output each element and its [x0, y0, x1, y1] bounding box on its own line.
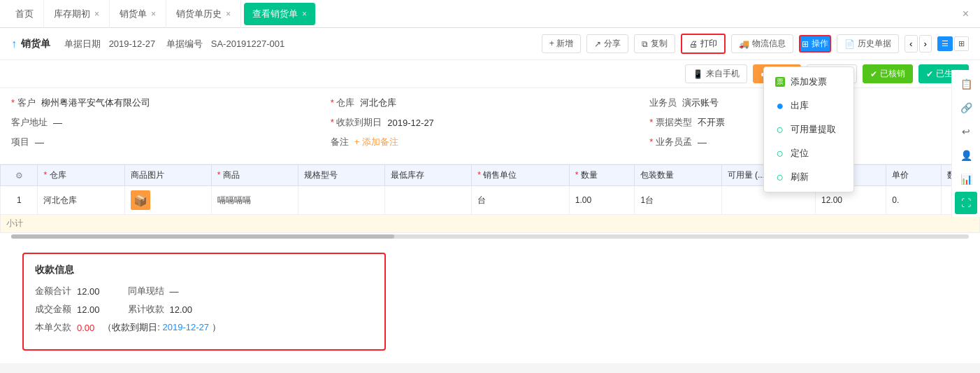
tab-sales-order-close[interactable]: × — [151, 9, 156, 19]
horizontal-scrollbar[interactable] — [11, 234, 969, 239]
available-qty-icon: ○ — [775, 125, 785, 134]
col-min-stock: 最低库存 — [385, 165, 472, 186]
same-order-field: 同单现结 — — [128, 285, 179, 297]
payment-row-2: 成交金额 12.00 累计收款 12.00 — [35, 303, 373, 316]
subtotal-row: 小计 — [1, 215, 980, 233]
col-price: 单价 — [886, 165, 941, 186]
history-icon: 📄 — [844, 39, 855, 49]
right-tool-clipboard[interactable]: 📋 — [955, 73, 977, 95]
warehouse-value: 河北仓库 — [360, 97, 396, 109]
cumulative-field: 累计收款 12.00 — [128, 303, 193, 316]
nav-prev[interactable]: ‹ — [905, 35, 917, 52]
new-button[interactable]: + 新增 — [542, 34, 581, 53]
row-quantity: 1.00 — [569, 186, 635, 215]
bill-type-value: 不开票 — [698, 116, 725, 129]
view-list[interactable]: ☰ — [937, 36, 953, 51]
address-value: — — [53, 118, 62, 128]
tab-home[interactable]: 首页 — [6, 0, 44, 28]
project-value: — — [35, 137, 44, 148]
tab-sales-order[interactable]: 销货单 × — [110, 0, 166, 28]
right-tool-expand[interactable]: ⛶ — [955, 192, 977, 214]
arrears-date: 2019-12-27 — [163, 322, 210, 332]
locate-label: 定位 — [791, 147, 809, 160]
share-button[interactable]: ↗ 分享 — [586, 34, 628, 53]
from-phone-button[interactable]: 📱 来自手机 — [685, 64, 747, 83]
row-spec — [298, 186, 385, 215]
col-quantity: 数量 — [569, 165, 635, 186]
payment-row-1: 金额合计 12.00 同单现结 — — [35, 285, 373, 297]
row-product-image: 📦 — [124, 186, 211, 215]
nav-next[interactable]: › — [919, 35, 932, 52]
row-min-stock — [385, 186, 472, 215]
tab-view-sales[interactable]: 查看销货单 × — [244, 3, 316, 25]
payment-title: 收款信息 — [35, 264, 373, 276]
doc-title: ↑ 销货单 — [11, 38, 50, 50]
cumulative-value: 12.00 — [170, 304, 193, 315]
tab-inventory-init[interactable]: 库存期初 × — [44, 0, 110, 28]
copy-button[interactable]: ⧉ 复制 — [634, 34, 675, 53]
tab-inventory-init-label: 库存期初 — [54, 8, 90, 20]
right-tool-undo[interactable]: ↩ — [955, 120, 977, 143]
tab-view-sales-close[interactable]: × — [302, 9, 307, 19]
row-pack-qty: 1台 — [635, 186, 721, 215]
project-label: 项目 — [11, 136, 29, 148]
dropdown-item-available-qty[interactable]: ○ 可用量提取 — [764, 118, 853, 141]
right-tool-link[interactable]: 🔗 — [955, 97, 977, 119]
warehouse-field: 仓库 河北仓库 — [331, 97, 650, 109]
row-price: 0. — [886, 186, 941, 215]
arrears-note: （收款到期日: 2019-12-27 ） — [103, 321, 220, 334]
add-invoice-icon: 票 — [775, 77, 785, 87]
total-value: 12.00 — [77, 286, 100, 297]
print-button[interactable]: 🖨 打印 — [681, 34, 726, 54]
tab-bar-close[interactable]: × — [957, 8, 974, 20]
right-tool-user[interactable]: 👤 — [955, 144, 977, 167]
payment-section: 收款信息 金额合计 12.00 同单现结 — 成交金额 12.00 — [22, 253, 386, 351]
col-settings[interactable]: ⚙ — [1, 165, 38, 186]
locate-icon: ○ — [775, 148, 785, 158]
right-tool-chart[interactable]: 📊 — [955, 168, 977, 190]
history-button[interactable]: 📄 历史单据 — [837, 34, 899, 53]
grid-icon: ⊞ — [802, 39, 809, 49]
view-grid[interactable]: ⊞ — [954, 36, 969, 51]
dropdown-item-refresh[interactable]: ○ 刷新 — [764, 165, 853, 189]
scrollbar-thumb[interactable] — [11, 234, 394, 239]
truck-icon: 🚚 — [739, 39, 749, 49]
arrears-label: 本单欠款 — [35, 321, 71, 334]
note-field: 备注 + 添加备注 — [331, 136, 650, 148]
operations-button[interactable]: ⊞ 操作 — [799, 35, 831, 52]
dropdown-item-locate[interactable]: ○ 定位 — [764, 141, 853, 165]
tab-home-label: 首页 — [15, 8, 34, 20]
logistics-button[interactable]: 🚚 物流信息 — [731, 34, 793, 53]
copy-icon: ⧉ — [642, 39, 648, 49]
doc-number-label: 单据编号 SA-20191227-001 — [166, 38, 284, 50]
staff-value: 演示账号 — [682, 97, 719, 109]
arrears-field: 本单欠款 0.00 （收款到期日: 2019-12-27 ） — [35, 321, 221, 334]
due-date-field: 收款到期日 2019-12-27 — [331, 116, 650, 129]
tab-view-sales-label: 查看销货单 — [252, 8, 298, 20]
payment-container: 收款信息 金额合计 12.00 同单现结 — 成交金额 12.00 — [0, 240, 980, 363]
transaction-field: 成交金额 12.00 — [35, 303, 100, 316]
project-field: 项目 — — [11, 136, 331, 148]
phone-icon: 📱 — [693, 69, 703, 79]
transaction-label: 成交金额 — [35, 303, 71, 316]
due-date-value: 2019-12-27 — [387, 118, 434, 128]
due-date-label: 收款到期日 — [331, 116, 382, 129]
col-warehouse: 仓库 — [38, 165, 124, 186]
doc-date-label: 单据日期 2019-12-27 — [64, 38, 155, 50]
cancelled-button[interactable]: ✔ 已核销 — [863, 64, 913, 83]
col-spec: 规格型号 — [298, 165, 385, 186]
doc-date-value: 2019-12-27 — [109, 38, 156, 49]
dropdown-item-outbound[interactable]: ● 出库 — [764, 94, 853, 118]
payment-row-3: 本单欠款 0.00 （收款到期日: 2019-12-27 ） — [35, 321, 373, 334]
tab-sales-order-label: 销货单 — [120, 8, 147, 20]
note-add-btn[interactable]: + 添加备注 — [354, 136, 398, 148]
tab-inventory-init-close[interactable]: × — [94, 9, 99, 19]
add-invoice-label: 添加发票 — [791, 76, 827, 88]
transaction-value: 12.00 — [77, 304, 100, 315]
same-order-value: — — [170, 286, 179, 297]
dropdown-item-add-invoice[interactable]: 票 添加发票 — [764, 70, 853, 94]
col-pack-qty: 包装数量 — [635, 165, 721, 186]
tab-sales-history-close[interactable]: × — [226, 9, 231, 19]
tab-sales-history[interactable]: 销货单历史 × — [166, 0, 241, 28]
refresh-label: 刷新 — [791, 171, 809, 183]
